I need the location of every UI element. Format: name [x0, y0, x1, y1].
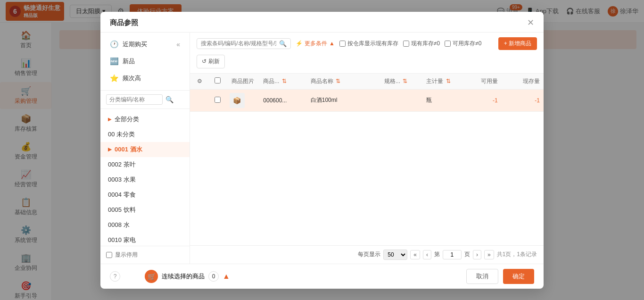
- spec-sort-icon: ⇅: [403, 78, 407, 84]
- refresh-button[interactable]: ↺ 刷新: [197, 55, 225, 68]
- recent-label: 近期购买: [123, 40, 147, 49]
- filter-chevron-icon: ▲: [329, 40, 335, 47]
- product-search-box: 🔍: [197, 38, 291, 49]
- row-checkbox[interactable]: [215, 97, 221, 103]
- help-button[interactable]: ?: [110, 271, 120, 282]
- row-name: 白酒100ml: [307, 89, 380, 111]
- add-product-button[interactable]: + 新增商品: [498, 37, 537, 50]
- filter-button[interactable]: ⚡ 更多条件 ▲: [296, 40, 335, 48]
- pagination: 每页显示 20 50 100 « ‹ 第 页 › » 共1页，1条记录: [190, 245, 544, 264]
- left-panel: 🕐 近期购买 « 🆕 新品 ⭐ 频次高 🔍: [100, 33, 190, 264]
- name-sort-icon: ⇅: [336, 78, 340, 84]
- warehouse-checkbox-label[interactable]: 按仓库显示现有库存: [339, 40, 398, 48]
- product-modal: 商品参照 ✕ 🕐 近期购买 « 🆕 新品 ⭐: [100, 12, 544, 289]
- new-products-nav[interactable]: 🆕 新品: [106, 54, 184, 68]
- category-0008[interactable]: 0008 水: [100, 217, 190, 233]
- close-button[interactable]: ✕: [527, 18, 534, 27]
- collapse-cart-icon[interactable]: ▲: [223, 272, 230, 281]
- cancel-button[interactable]: 取消: [466, 269, 498, 284]
- category-0005[interactable]: 0005 饮料: [100, 202, 190, 217]
- category-0002[interactable]: 0002 茶叶: [100, 157, 190, 172]
- category-search-icon[interactable]: 🔍: [165, 96, 173, 103]
- row-avail: -1: [459, 89, 501, 111]
- category-0010-label: 0010 家电: [108, 236, 136, 244]
- warehouse-checkbox[interactable]: [339, 41, 346, 47]
- img-icon: 📦: [233, 97, 241, 104]
- show-disabled-checkbox[interactable]: [106, 252, 112, 258]
- per-page-label: 每页显示: [358, 250, 380, 258]
- category-00[interactable]: 00 未分类: [100, 127, 190, 142]
- toolbar: 🔍 ⚡ 更多条件 ▲ 按仓库显示现有库存 现有库存≠0: [190, 33, 544, 74]
- per-page-select[interactable]: 20 50 100: [383, 250, 407, 260]
- row-code: 000600...: [259, 89, 306, 111]
- cart-icon: 🛒: [145, 270, 158, 283]
- page-number-input[interactable]: [443, 250, 462, 259]
- confirm-button[interactable]: 确定: [503, 269, 534, 284]
- prev-page-button[interactable]: ‹: [423, 250, 431, 259]
- collapse-icon[interactable]: «: [176, 41, 180, 48]
- settings-col-header[interactable]: ⚙: [190, 74, 209, 90]
- category-all[interactable]: ▶ 全部分类: [100, 112, 190, 127]
- show-disabled-label[interactable]: 显示停用: [106, 251, 184, 259]
- select-all-checkbox[interactable]: [215, 77, 221, 83]
- row-settings: [190, 89, 209, 111]
- unit-sort-icon: ⇅: [446, 78, 451, 84]
- category-0003[interactable]: 0003 水果: [100, 172, 190, 187]
- active-arrow-icon: ▶: [108, 147, 112, 152]
- product-image: 📦: [230, 93, 245, 108]
- stock-ne0-checkbox[interactable]: [403, 41, 409, 47]
- row-img: 📦: [226, 89, 259, 111]
- row-unit: 瓶: [422, 89, 459, 111]
- total-info: 共1页，1条记录: [497, 250, 537, 258]
- warehouse-label: 按仓库显示现有库存: [347, 40, 398, 48]
- row-stock: -1: [502, 89, 544, 111]
- modal-footer: ? 🛒 连续选择的商品 0 ▲ 取消 确定: [100, 264, 544, 289]
- category-00-label: 00 未分类: [108, 130, 135, 139]
- product-search-input[interactable]: [201, 40, 276, 47]
- cart-area: 🛒 连续选择的商品 0 ▲: [145, 270, 230, 283]
- category-all-label: 全部分类: [115, 115, 139, 124]
- row-check[interactable]: [209, 89, 226, 111]
- clock-icon: 🕐: [110, 40, 119, 49]
- modal-overlay[interactable]: 商品参照 ✕ 🕐 近期购买 « 🆕 新品 ⭐: [0, 0, 644, 300]
- code-col-header[interactable]: 商品... ⇅: [259, 74, 306, 90]
- category-0010[interactable]: 0010 家电: [100, 233, 190, 246]
- table-row[interactable]: 📦 000600... 白酒100ml 瓶 -1 -1: [190, 89, 544, 111]
- frequent-nav[interactable]: ⭐ 频次高: [106, 71, 184, 85]
- stock-ne0-label: 现有库存≠0: [411, 40, 440, 48]
- avail-ne0-checkbox[interactable]: [445, 41, 451, 47]
- category-0004[interactable]: 0004 零食: [100, 187, 190, 202]
- category-0004-label: 0004 零食: [108, 191, 136, 199]
- img-col-header: 商品图片: [226, 74, 259, 90]
- stock-ne0-checkbox-label[interactable]: 现有库存≠0: [403, 40, 440, 48]
- cart-label: 连续选择的商品: [162, 272, 205, 281]
- refresh-label: 刷新: [208, 58, 220, 66]
- new-icon: 🆕: [110, 57, 119, 66]
- category-0002-label: 0002 茶叶: [108, 160, 136, 169]
- category-search-input[interactable]: [106, 94, 163, 105]
- avail-ne0-checkbox-label[interactable]: 可用库存≠0: [445, 40, 481, 48]
- spec-col-header[interactable]: 规格... ⇅: [380, 74, 422, 90]
- next-page-button[interactable]: ›: [473, 250, 481, 259]
- name-col-header[interactable]: 商品名称 ⇅: [307, 74, 380, 90]
- category-0003-label: 0003 水果: [108, 175, 136, 184]
- modal-title: 商品参照: [110, 18, 138, 27]
- avail-ne0-label: 可用库存≠0: [453, 40, 481, 48]
- category-0001-label: 0001 酒水: [115, 145, 142, 154]
- last-page-button[interactable]: »: [484, 250, 494, 259]
- frequent-label: 频次高: [123, 74, 141, 83]
- search-icon[interactable]: 🔍: [279, 40, 287, 47]
- table-body: 📦 000600... 白酒100ml 瓶 -1 -1: [190, 89, 544, 111]
- row-spec: [380, 89, 422, 111]
- category-0001[interactable]: ▶ 0001 酒水: [100, 142, 190, 157]
- star-icon: ⭐: [110, 74, 119, 83]
- page-suffix: 页: [464, 250, 470, 258]
- avail-col-header: 可用量: [459, 74, 501, 90]
- first-page-button[interactable]: «: [410, 250, 420, 259]
- product-table: ⚙ 商品图片 商品... ⇅: [190, 74, 544, 112]
- refresh-icon: ↺: [202, 58, 206, 65]
- unit-col-header[interactable]: 主计量 ⇅: [422, 74, 459, 90]
- recent-purchases-nav[interactable]: 🕐 近期购买 «: [106, 37, 184, 51]
- show-disabled-text: 显示停用: [115, 251, 138, 259]
- modal-header: 商品参照 ✕: [100, 12, 544, 33]
